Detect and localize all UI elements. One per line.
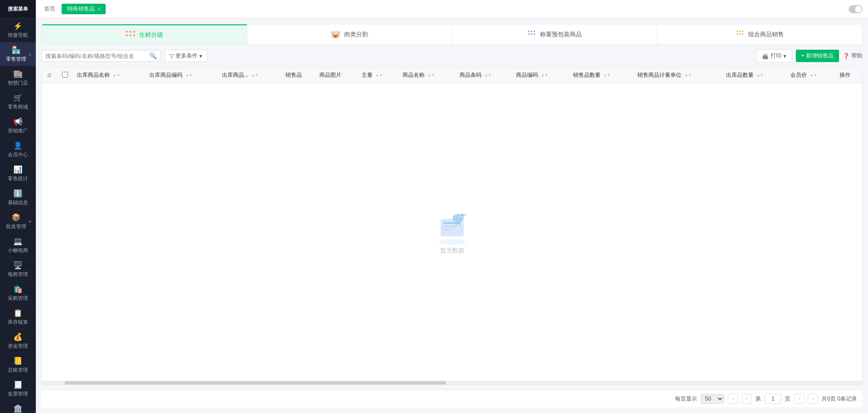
svg-point-9 bbox=[528, 34, 530, 35]
sidebar-logo[interactable]: 搜索菜单 bbox=[0, 0, 36, 18]
col-out-qty[interactable]: 出库品数量 ▲▼ bbox=[722, 68, 787, 83]
member-icon: 👤 bbox=[13, 141, 23, 150]
toolbar-right: 🖨️ 打印 ▾ + 新增销售品 ❓ 帮助 bbox=[756, 49, 862, 63]
search-icon[interactable]: 🔍 bbox=[149, 52, 157, 59]
sort-out-code-icon: ▲▼ bbox=[185, 74, 193, 77]
next-page-icon: > bbox=[798, 396, 800, 402]
empty-state-icon bbox=[431, 210, 473, 247]
sidebar-item-mini-ecom[interactable]: 💻 小畅电商 bbox=[0, 234, 36, 258]
col-img: 商品图片 bbox=[316, 68, 358, 83]
col-settings[interactable]: ⚙ bbox=[42, 68, 57, 83]
add-sale-item-button[interactable]: + 新增销售品 bbox=[796, 50, 839, 62]
close-tab-button[interactable]: × bbox=[97, 6, 100, 12]
finance-icon: 💰 bbox=[13, 333, 23, 341]
invoice-icon: 🧾 bbox=[13, 380, 23, 389]
col-out-code[interactable]: 出库商品编码 ▲▼ bbox=[146, 68, 218, 83]
svg-marker-25 bbox=[464, 214, 467, 216]
col-weight[interactable]: 主量 ▲▼ bbox=[358, 68, 399, 83]
main-content: 首页 特殊销售品 × bbox=[36, 0, 868, 413]
wholesale-arrow-icon: ▼ bbox=[28, 219, 32, 224]
sidebar-item-ledger[interactable]: 📒 总账管理 bbox=[0, 353, 36, 377]
retail-mgmt-arrow-icon: ▲ bbox=[28, 52, 32, 57]
home-tab[interactable]: 首页 bbox=[41, 4, 58, 14]
toggle-button[interactable] bbox=[849, 5, 862, 13]
sidebar-item-purchase-mgmt[interactable]: 🛍️ 采购管理 bbox=[0, 281, 36, 305]
col-member-price[interactable]: 会员价 ▲▼ bbox=[787, 68, 835, 83]
svg-rect-21 bbox=[443, 226, 456, 227]
sidebar-item-inventory[interactable]: 📋 库存核算 bbox=[0, 305, 36, 329]
fresh-icon bbox=[125, 30, 136, 40]
sidebar-item-retail-mall[interactable]: 🛒 零售商城 bbox=[0, 90, 36, 114]
data-table-container: ⚙ 出库商品名称 ▲▼ 出库商品编码 ▲▼ 出库 bbox=[41, 67, 862, 385]
select-all-checkbox[interactable] bbox=[62, 72, 68, 78]
sort-sale-qty-icon: ▲▼ bbox=[603, 74, 611, 77]
prev-page-button[interactable]: < bbox=[742, 394, 752, 404]
sidebar-item-promo[interactable]: 📢 营销推广 bbox=[0, 114, 36, 138]
scrollbar-thumb[interactable] bbox=[65, 381, 446, 385]
horizontal-scrollbar[interactable] bbox=[42, 381, 862, 384]
sidebar-item-ecom-mgmt[interactable]: 🖥️ 电商管理 bbox=[0, 258, 36, 281]
svg-point-24 bbox=[460, 213, 464, 218]
filter-button[interactable]: ▽ 更多条件 ▾ bbox=[165, 50, 207, 62]
last-page-icon: » bbox=[811, 396, 814, 402]
col-out-spec[interactable]: 出库商品... ▲▼ bbox=[218, 68, 282, 83]
sidebar: 搜索菜单 ⚡ 快捷导航 🏪 零售管理 ▲ 🏬 智慧门店 🛒 零售商城 📢 营销推… bbox=[0, 0, 36, 413]
sidebar-item-wholesale-mgmt[interactable]: 📦 批发管理 ▼ bbox=[0, 210, 36, 234]
svg-point-2 bbox=[133, 31, 135, 33]
col-out-name[interactable]: 出库商品名称 ▲▼ bbox=[73, 68, 146, 83]
prev-page-icon: < bbox=[745, 396, 748, 402]
sidebar-item-basic-info[interactable]: ℹ️ 基础信息 bbox=[0, 186, 36, 210]
promo-icon: 📢 bbox=[13, 117, 23, 126]
sidebar-item-member[interactable]: 👤 会员中心 bbox=[0, 138, 36, 162]
last-page-button[interactable]: » bbox=[808, 394, 818, 404]
sidebar-item-finance[interactable]: 💰 资金管理 bbox=[0, 329, 36, 353]
next-page-button[interactable]: > bbox=[794, 394, 804, 404]
page-content: 生鲜分级 🐷 肉类分割 称重预包装商品 bbox=[36, 18, 868, 413]
page-input[interactable] bbox=[765, 394, 781, 404]
pagination-bar: 每页显示 10 20 50 100 « < 第 页 > » 共0页 0条记录 bbox=[41, 390, 862, 407]
mini-ecom-icon: 💻 bbox=[13, 237, 23, 246]
col-sale-qty[interactable]: 销售品数量 ▲▼ bbox=[569, 68, 634, 83]
active-tab[interactable]: 特殊销售品 × bbox=[62, 4, 106, 14]
first-page-button[interactable]: « bbox=[728, 394, 738, 404]
print-button[interactable]: 🖨️ 打印 ▾ bbox=[756, 49, 792, 63]
first-page-icon: « bbox=[732, 396, 734, 402]
sort-weight-icon: ▲▼ bbox=[375, 74, 383, 77]
filter-chevron-icon: ▾ bbox=[199, 53, 202, 59]
wholesale-icon: 📦 bbox=[11, 213, 21, 222]
sidebar-item-tax[interactable]: 🏛️ 税务管理 bbox=[0, 401, 36, 413]
col-actions: 操作 bbox=[836, 68, 862, 83]
sidebar-item-smart-store[interactable]: 🏬 智慧门店 bbox=[0, 66, 36, 90]
page-suffix: 页 bbox=[785, 395, 790, 403]
tab-fresh[interactable]: 生鲜分级 bbox=[42, 24, 247, 44]
col-sale-unit[interactable]: 销售商品计量单位 ▲▼ bbox=[634, 68, 722, 83]
sidebar-item-retail-mgmt[interactable]: 🏪 零售管理 ▲ bbox=[0, 42, 36, 66]
col-goods-name[interactable]: 商品名称 ▲▼ bbox=[399, 68, 456, 83]
inventory-icon: 📋 bbox=[13, 309, 23, 317]
col-barcode[interactable]: 商品条码 ▲▼ bbox=[456, 68, 513, 83]
help-button[interactable]: ❓ 帮助 bbox=[843, 52, 862, 60]
topbar: 首页 特殊销售品 × bbox=[36, 0, 868, 18]
svg-point-11 bbox=[534, 34, 535, 35]
per-page-label: 每页显示 bbox=[675, 395, 697, 403]
help-icon: ❓ bbox=[843, 53, 850, 59]
filter-icon: ▽ bbox=[170, 53, 174, 59]
col-checkbox[interactable] bbox=[57, 68, 73, 83]
svg-point-5 bbox=[133, 34, 135, 36]
tab-scale[interactable]: 称重预包装商品 bbox=[452, 24, 658, 44]
per-page-select[interactable]: 10 20 50 100 bbox=[701, 394, 724, 404]
retail-mall-icon: 🛒 bbox=[13, 93, 23, 102]
sidebar-item-retail-stats[interactable]: 📊 零售统计 bbox=[0, 162, 36, 186]
sort-barcode-icon: ▲▼ bbox=[484, 74, 492, 77]
svg-point-13 bbox=[739, 31, 741, 32]
sidebar-item-quick-nav[interactable]: ⚡ 快捷导航 bbox=[0, 18, 36, 42]
search-input[interactable] bbox=[45, 53, 148, 59]
tab-combo[interactable]: 组合商品销售 bbox=[658, 24, 862, 44]
col-goods-code[interactable]: 商品编码 ▲▼ bbox=[512, 68, 569, 83]
svg-point-26 bbox=[462, 214, 463, 215]
scale-icon bbox=[527, 29, 536, 39]
purchase-mgmt-icon: 🛍️ bbox=[13, 285, 23, 293]
col-sale-item: 销售品 bbox=[282, 68, 316, 83]
tab-meat[interactable]: 🐷 肉类分割 bbox=[247, 24, 453, 44]
sidebar-item-invoice-mgmt[interactable]: 🧾 发票管理 bbox=[0, 377, 36, 401]
